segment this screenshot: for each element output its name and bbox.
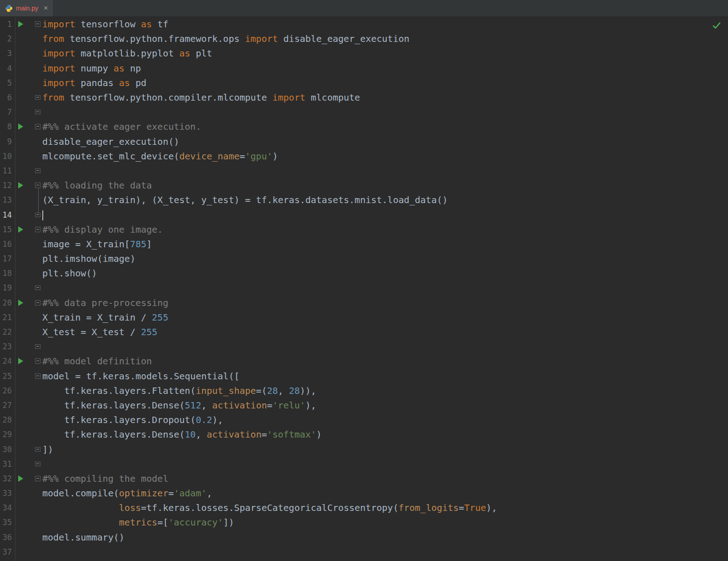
code-line[interactable]: 10mlcompute.set_mlc_device(device_name='… [0, 149, 728, 163]
code-text[interactable]: tf.keras.layers.Dropout(0.2), [42, 414, 728, 425]
code-line[interactable]: 5import pandas as pd [0, 76, 728, 90]
fold-marker[interactable] [35, 300, 40, 306]
code-text[interactable]: import matplotlib.pyplot as plt [42, 48, 728, 59]
code-text[interactable]: from tensorflow.python.compiler.mlcomput… [42, 92, 728, 103]
run-cell-icon[interactable] [18, 182, 23, 189]
fold-marker[interactable] [35, 476, 40, 481]
editor[interactable]: 1import tensorflow as tf2from tensorflow… [0, 17, 728, 561]
code-line[interactable]: 11 [0, 163, 728, 178]
run-cell-icon[interactable] [18, 300, 23, 306]
code-line[interactable]: 37 [0, 545, 728, 559]
line-number: 35 [0, 518, 12, 527]
code-line[interactable]: 20#%% data pre-processing [0, 296, 728, 310]
code-line[interactable]: 19 [0, 280, 728, 295]
code-text[interactable]: (X_train, y_train), (X_test, y_test) = t… [42, 194, 728, 205]
code-text[interactable]: tf.keras.layers.Dense(512, activation='r… [42, 400, 728, 411]
run-cell-icon[interactable] [18, 21, 23, 27]
run-cell-icon[interactable] [18, 123, 23, 130]
code-text[interactable]: from tensorflow.python.framework.ops imp… [42, 33, 728, 44]
code-text[interactable]: #%% activate eager execution. [42, 121, 728, 132]
code-line[interactable]: 4import numpy as np [0, 61, 728, 76]
fold-marker[interactable] [35, 213, 40, 217]
fold-marker[interactable] [35, 462, 40, 466]
code-area[interactable]: 1import tensorflow as tf2from tensorflow… [0, 17, 728, 559]
fold-marker[interactable] [35, 124, 40, 129]
code-line[interactable]: 27 tf.keras.layers.Dense(512, activation… [0, 398, 728, 413]
code-line[interactable]: 29 tf.keras.layers.Dense(10, activation=… [0, 427, 728, 442]
code-line[interactable]: 7 [0, 105, 728, 119]
code-text[interactable]: model.compile(optimizer='adam', [42, 488, 728, 499]
code-line[interactable]: 16image = X_train[785] [0, 237, 728, 251]
code-text[interactable]: #%% loading the data [42, 180, 728, 191]
code-text[interactable]: model = tf.keras.models.Sequential([ [42, 371, 728, 382]
code-text[interactable]: image = X_train[785] [42, 239, 728, 250]
fold-marker[interactable] [35, 21, 40, 27]
code-line[interactable]: 32#%% compiling the model [0, 471, 728, 486]
code-line[interactable]: 34 loss=tf.keras.losses.SparseCategorica… [0, 500, 728, 515]
run-cell-icon[interactable] [18, 358, 23, 364]
fold-marker[interactable] [35, 344, 40, 349]
code-line[interactable]: 22X_test = X_test / 255 [0, 325, 728, 339]
fold-marker[interactable] [35, 183, 40, 188]
code-text[interactable]: plt.show() [42, 268, 728, 279]
code-line[interactable]: 26 tf.keras.layers.Flatten(input_shape=(… [0, 383, 728, 398]
code-text[interactable] [42, 209, 728, 220]
code-line[interactable]: 36model.summary() [0, 530, 728, 545]
code-line[interactable]: 1import tensorflow as tf [0, 17, 728, 31]
code-line[interactable]: 9disable_eager_execution() [0, 134, 728, 149]
code-text[interactable]: tf.keras.layers.Dense(10, activation='so… [42, 429, 728, 440]
code-line[interactable]: 12#%% loading the data [0, 178, 728, 193]
code-text[interactable]: metrics=['accuracy']) [42, 517, 728, 528]
code-text[interactable]: #%% compiling the model [42, 473, 728, 484]
code-line[interactable]: 17plt.imshow(image) [0, 251, 728, 266]
line-number: 37 [0, 547, 12, 556]
code-text[interactable]: plt.imshow(image) [42, 253, 728, 264]
code-line[interactable]: 25model = tf.keras.models.Sequential([ [0, 369, 728, 383]
run-cell-icon[interactable] [18, 226, 23, 233]
code-line[interactable]: 35 metrics=['accuracy']) [0, 515, 728, 530]
run-cell-icon[interactable] [18, 475, 23, 482]
inspections-ok-icon[interactable] [713, 22, 721, 29]
line-number: 30 [0, 445, 12, 454]
code-line[interactable]: 14 [0, 207, 728, 222]
code-text[interactable]: loss=tf.keras.losses.SparseCategoricalCr… [42, 502, 728, 513]
code-text[interactable]: mlcompute.set_mlc_device(device_name='gp… [42, 151, 728, 162]
fold-marker[interactable] [35, 358, 40, 364]
code-text[interactable]: disable_eager_execution() [42, 136, 728, 147]
code-text[interactable]: tf.keras.layers.Flatten(input_shape=(28,… [42, 385, 728, 396]
code-text[interactable]: import numpy as np [42, 63, 728, 74]
fold-marker[interactable] [35, 110, 40, 114]
code-line[interactable]: 3import matplotlib.pyplot as plt [0, 46, 728, 61]
code-text[interactable]: #%% data pre-processing [42, 297, 728, 308]
code-text[interactable]: import tensorflow as tf [42, 19, 728, 30]
tab-close-icon[interactable]: × [44, 5, 48, 12]
code-line[interactable]: 18plt.show() [0, 266, 728, 280]
code-text[interactable]: import pandas as pd [42, 77, 728, 88]
code-line[interactable]: 15#%% display one image. [0, 222, 728, 237]
code-line[interactable]: 13(X_train, y_train), (X_test, y_test) =… [0, 193, 728, 207]
code-text[interactable]: model.summary() [42, 532, 728, 543]
fold-marker[interactable] [35, 373, 40, 379]
code-line[interactable]: 30]) [0, 442, 728, 456]
code-line[interactable]: 33model.compile(optimizer='adam', [0, 486, 728, 500]
code-line[interactable]: 28 tf.keras.layers.Dropout(0.2), [0, 413, 728, 427]
code-text[interactable]: #%% model definition [42, 356, 728, 367]
code-line[interactable]: 23 [0, 339, 728, 354]
tab-main-py[interactable]: main.py × [0, 0, 54, 16]
fold-marker[interactable] [35, 168, 40, 173]
code-text[interactable]: X_train = X_train / 255 [42, 312, 728, 323]
code-text[interactable]: ]) [42, 444, 728, 455]
fold-marker[interactable] [35, 447, 40, 452]
code-line[interactable]: 24#%% model definition [0, 354, 728, 368]
fold-marker[interactable] [35, 227, 40, 232]
code-text[interactable]: #%% display one image. [42, 224, 728, 235]
fold-marker[interactable] [35, 286, 40, 290]
code-line[interactable]: 8#%% activate eager execution. [0, 119, 728, 134]
code-text[interactable]: X_test = X_test / 255 [42, 326, 728, 337]
fold-marker[interactable] [35, 95, 40, 100]
code-line[interactable]: 2from tensorflow.python.framework.ops im… [0, 31, 728, 46]
run-gutter [12, 182, 29, 189]
code-line[interactable]: 6from tensorflow.python.compiler.mlcompu… [0, 90, 728, 105]
code-line[interactable]: 31 [0, 457, 728, 471]
code-line[interactable]: 21X_train = X_train / 255 [0, 310, 728, 325]
